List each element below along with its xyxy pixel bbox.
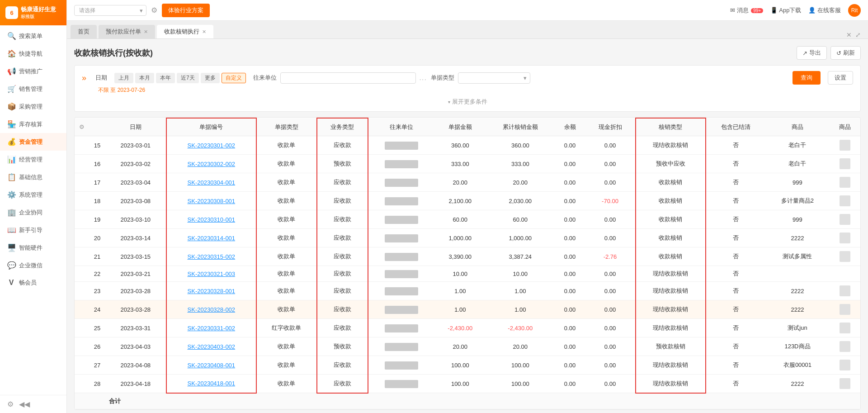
table-row: 192023-03-10SK-20230310-001收款单应收款████60.… — [75, 210, 860, 229]
solution-button[interactable]: 体验行业方案 — [162, 4, 210, 17]
topbar-gear-icon[interactable]: ⚙ — [151, 6, 157, 14]
date-btn-more[interactable]: 更多 — [201, 73, 220, 83]
sidebar-item-ops[interactable]: 📊 经营管理 — [0, 151, 66, 168]
th-include-cleared[interactable]: 包含已结清 — [706, 118, 765, 136]
sidebar-item-sales[interactable]: 🛒 销售管理 — [0, 80, 66, 98]
th-voucher-no[interactable]: 单据编号 — [166, 118, 256, 136]
sidebar-item-member[interactable]: V 畅会员 — [0, 274, 66, 291]
sidebar-item-guide[interactable]: 📖 新手引导 — [0, 221, 66, 239]
table-cell[interactable]: SK-20230328-002 — [166, 300, 256, 319]
table-cell[interactable]: SK-20230331-002 — [166, 319, 256, 337]
settings-icon[interactable]: ⚙ — [7, 400, 14, 408]
app-download-btn[interactable]: 📱 App下载 — [770, 6, 801, 14]
table-cell[interactable]: SK-20230328-001 — [166, 282, 256, 300]
sidebar-item-system[interactable]: ⚙️ 系统管理 — [0, 186, 66, 204]
table-cell[interactable]: SK-20230418-001 — [166, 375, 256, 393]
company-select-wrap: 请选择 — [74, 5, 146, 16]
table-cell: 收款单 — [256, 337, 317, 356]
party-input[interactable] — [280, 72, 416, 84]
table-cell: 18 — [89, 192, 105, 210]
table-cell: 17 — [89, 173, 105, 192]
date-btn-custom[interactable]: 自定义 — [222, 73, 246, 83]
date-btn-7days[interactable]: 近7天 — [177, 73, 199, 83]
messages-label[interactable]: ✉ 消息 99+ — [730, 6, 763, 14]
tab-collection-close[interactable]: ✕ — [202, 29, 206, 35]
filter-expand-btn[interactable]: » — [82, 73, 86, 83]
th-offset-amount[interactable]: 累计核销金额 — [486, 118, 555, 136]
table-cell: 收款单 — [256, 356, 317, 375]
th-date[interactable]: 日期 — [105, 118, 166, 136]
expand-tabs-icon[interactable]: ⤢ — [855, 31, 861, 38]
table-cell — [75, 282, 89, 300]
company-select[interactable]: 请选择 — [74, 5, 146, 16]
sidebar-item-search[interactable]: 🔍 搜索菜单 — [0, 27, 66, 45]
sidebar-item-nav[interactable]: 🏠 快捷导航 — [0, 45, 66, 62]
table-cell: 2023-03-28 — [105, 300, 166, 319]
sidebar-item-stock[interactable]: 🏪 库存核算 — [0, 115, 66, 133]
tab-prepay-close[interactable]: ✕ — [144, 29, 148, 35]
table-cell[interactable]: SK-20230314-001 — [166, 229, 256, 247]
sidebar-item-finance[interactable]: 💰 资金管理 — [0, 133, 66, 151]
sidebar-label-marketing: 营销推广 — [19, 67, 42, 76]
th-party[interactable]: 往来单位 — [368, 118, 434, 136]
table-cell: 100.00 — [434, 356, 486, 375]
table-cell[interactable]: SK-20230310-001 — [166, 210, 256, 229]
sidebar-item-wechat[interactable]: 💬 企业微信 — [0, 256, 66, 274]
date-btn-last-month[interactable]: 上月 — [114, 73, 133, 83]
table-cell[interactable]: SK-20230408-001 — [166, 356, 256, 375]
voucher-type-select[interactable] — [458, 72, 530, 84]
system-icon: ⚙️ — [7, 190, 15, 199]
online-service-btn[interactable]: 👤 在线客服 — [808, 6, 841, 14]
sidebar-item-marketing[interactable]: 📢 营销推广 — [0, 62, 66, 80]
table-cell[interactable]: SK-20230315-002 — [166, 247, 256, 266]
export-button[interactable]: ↗ 导出 — [797, 46, 827, 60]
th-biz-type[interactable]: 业务类型 — [317, 118, 368, 136]
table-cell[interactable]: SK-20230302-002 — [166, 155, 256, 173]
table-cell[interactable]: SK-20230301-002 — [166, 136, 256, 155]
collapse-icon[interactable]: ◀◀ — [19, 400, 30, 408]
th-goods[interactable]: 商品 — [765, 118, 830, 136]
tab-home-label: 首页 — [78, 28, 90, 36]
th-goods2[interactable]: 商品 — [830, 118, 860, 136]
filter-settings-button[interactable]: 设置 — [828, 71, 853, 85]
table-cell[interactable]: SK-20230308-001 — [166, 192, 256, 210]
refresh-button[interactable]: ↺ 刷新 — [830, 46, 861, 60]
tab-prepay[interactable]: 预付款应付单 ✕ — [99, 25, 155, 38]
expand-conditions-button[interactable]: ▾ 展开更多条件 — [448, 98, 487, 106]
user-avatar[interactable]: Rit — [848, 4, 861, 17]
tab-home[interactable]: 首页 — [71, 25, 97, 38]
table-cell: 0.00 — [585, 266, 635, 282]
table-cell[interactable]: SK-20230321-003 — [166, 266, 256, 282]
th-offset-type[interactable]: 核销类型 — [636, 118, 706, 136]
query-button[interactable]: 查询 — [793, 71, 821, 85]
date-btn-this-year[interactable]: 本年 — [156, 73, 175, 83]
table-cell: 2023-04-03 — [105, 337, 166, 356]
th-balance[interactable]: 余额 — [555, 118, 585, 136]
th-voucher-type[interactable]: 单据类型 — [256, 118, 317, 136]
table-cell: 预收中应收 — [636, 155, 706, 173]
sidebar-item-corp[interactable]: 🏢 企业协同 — [0, 204, 66, 221]
tab-collection[interactable]: 收款核销执行 ✕ — [157, 25, 213, 38]
sidebar-label-finance: 资金管理 — [19, 138, 42, 146]
th-gear[interactable]: ⚙ — [75, 118, 89, 136]
table-settings-icon[interactable]: ⚙ — [79, 123, 85, 130]
table-cell: 收款核销 — [636, 192, 706, 210]
th-cash-discount[interactable]: 现金折扣 — [585, 118, 635, 136]
table-cell — [765, 266, 830, 282]
table-cell: 预收款 — [317, 337, 368, 356]
date-btn-this-month[interactable]: 本月 — [135, 73, 154, 83]
sidebar-item-base[interactable]: 📋 基础信息 — [0, 168, 66, 186]
table-cell-party: ████ — [368, 282, 434, 300]
sidebar-item-hardware[interactable]: 🖥️ 智能硬件 — [0, 239, 66, 256]
table-cell: 现结收款核销 — [636, 136, 706, 155]
main-content: 请选择 ⚙ 体验行业方案 ✉ 消息 99+ 📱 App下载 👤 在线客服 Rit — [67, 0, 868, 413]
table-cell-goods2 — [830, 247, 860, 266]
sidebar-item-purchase[interactable]: 📦 采购管理 — [0, 98, 66, 115]
table-cell: 60.00 — [434, 210, 486, 229]
table-cell: 应收款 — [317, 282, 368, 300]
close-all-tabs-icon[interactable]: ✕ — [846, 31, 852, 38]
table-cell[interactable]: SK-20230403-002 — [166, 337, 256, 356]
table-cell[interactable]: SK-20230304-001 — [166, 173, 256, 192]
th-amount[interactable]: 单据金额 — [434, 118, 486, 136]
table-cell-party: ████ — [368, 375, 434, 393]
